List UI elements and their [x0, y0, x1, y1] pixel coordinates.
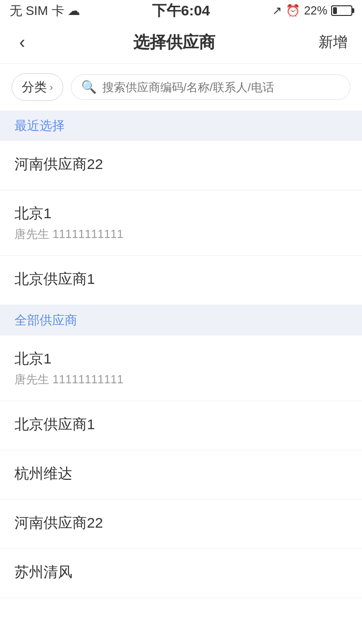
battery-icon — [331, 5, 352, 16]
list-item[interactable]: 北京1唐先生 11111111111 — [0, 336, 362, 401]
search-input[interactable] — [102, 81, 340, 94]
list-item[interactable]: 北京供应商1 — [0, 401, 362, 450]
search-box[interactable]: 🔍 — [71, 74, 350, 100]
status-bar: 无 SIM 卡 ☁ 下午6:04 ↗ ⏰ 22% — [0, 0, 362, 21]
status-left: 无 SIM 卡 ☁ — [10, 2, 80, 19]
list-item[interactable]: 河南供应商22 — [0, 141, 362, 190]
sections-container: 最近选择河南供应商22北京1唐先生 11111111111北京供应商1全部供应商… — [0, 111, 362, 598]
status-right: ↗ ⏰ 22% — [272, 4, 352, 17]
item-name: 北京供应商1 — [14, 269, 348, 289]
list-item[interactable]: 苏州清风 — [0, 549, 362, 598]
list-item[interactable]: 杭州维达 — [0, 450, 362, 500]
item-name: 河南供应商22 — [14, 154, 348, 174]
search-icon: 🔍 — [81, 80, 97, 95]
status-time: 下午6:04 — [152, 1, 210, 21]
item-name: 杭州维达 — [14, 464, 348, 484]
item-name: 苏州清风 — [14, 562, 348, 582]
nav-bar: ‹ 选择供应商 新增 — [0, 21, 362, 64]
list-item[interactable]: 河南供应商22 — [0, 500, 362, 549]
add-button[interactable]: 新增 — [319, 32, 348, 52]
list-item[interactable]: 北京1唐先生 11111111111 — [0, 190, 362, 256]
item-sub: 唐先生 11111111111 — [14, 372, 348, 387]
back-button[interactable]: ‹ — [14, 28, 30, 57]
page-title: 选择供应商 — [133, 31, 215, 54]
battery-percentage: 22% — [304, 4, 327, 17]
item-name: 河南供应商22 — [14, 513, 348, 533]
list-item[interactable]: 北京供应商1 — [0, 256, 362, 305]
category-label: 分类 — [22, 79, 47, 96]
sim-status: 无 SIM 卡 ☁ — [10, 2, 80, 19]
item-sub: 唐先生 11111111111 — [14, 226, 348, 242]
item-name: 北京1 — [14, 204, 348, 224]
section-header-all: 全部供应商 — [0, 305, 362, 336]
alarm-icon: ⏰ — [286, 4, 300, 17]
filter-bar: 分类 › 🔍 — [0, 64, 362, 111]
category-button[interactable]: 分类 › — [12, 73, 63, 101]
item-name: 北京供应商1 — [14, 415, 348, 434]
location-icon: ↗ — [272, 4, 282, 17]
section-header-recent: 最近选择 — [0, 111, 362, 141]
chevron-right-icon: › — [50, 82, 53, 93]
item-name: 北京1 — [14, 349, 348, 369]
